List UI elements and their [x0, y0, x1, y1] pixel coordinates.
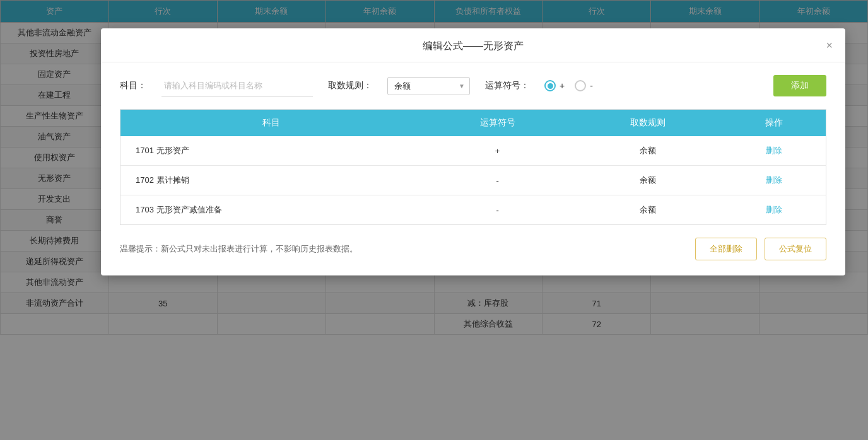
modal-footer: 温馨提示：新公式只对未出报表进行计算，不影响历史报表数据。 全部删除 公式复位	[101, 225, 845, 263]
add-button[interactable]: 添加	[773, 75, 826, 96]
operator-radio-group: + -	[544, 80, 593, 91]
subject-input[interactable]	[161, 75, 313, 96]
formula-action-cell: 删除	[723, 166, 826, 195]
operator-plus-label: +	[560, 81, 565, 91]
rule-select[interactable]: 余额借方发生额贷方发生额借方累计发生额贷方累计发生额	[387, 77, 470, 95]
rule-select-wrapper[interactable]: 余额借方发生额贷方发生额借方累计发生额贷方累计发生额 ▼	[387, 77, 470, 95]
formula-operator-cell: -	[423, 195, 573, 225]
table-row: 1703 无形资产减值准备-余额删除	[120, 195, 826, 225]
operator-minus-circle	[575, 80, 586, 91]
footer-actions: 全部删除 公式复位	[695, 238, 826, 260]
table-row: 1702 累计摊销-余额删除	[120, 166, 826, 195]
delete-row-link[interactable]: 删除	[766, 205, 782, 214]
formula-table-header: 操作	[723, 110, 826, 137]
operator-plus-circle	[544, 80, 556, 91]
modal-close-button[interactable]: ×	[826, 40, 833, 51]
formula-subject-cell: 1703 无形资产减值准备	[120, 195, 423, 225]
modal-header: 编辑公式——无形资产 ×	[101, 28, 845, 62]
modal-title: 编辑公式——无形资产	[423, 40, 524, 51]
operator-label: 运算符号：	[485, 80, 529, 91]
table-row: 1701 无形资产+余额删除	[120, 136, 826, 166]
formula-action-cell: 删除	[723, 195, 826, 225]
formula-operator-cell: -	[423, 166, 573, 195]
reset-formula-button[interactable]: 公式复位	[765, 238, 826, 260]
formula-rule-cell: 余额	[573, 195, 723, 225]
formula-rule-cell: 余额	[573, 166, 723, 195]
edit-formula-modal: 编辑公式——无形资产 × 科目： 取数规则： 余额借方发生额贷方发生额借方累计发…	[101, 28, 845, 275]
table-body: 1701 无形资产+余额删除1702 累计摊销-余额删除1703 无形资产减值准…	[120, 136, 826, 225]
operator-minus-label: -	[590, 81, 593, 91]
rule-label: 取数规则：	[328, 80, 372, 91]
formula-table-header: 取数规则	[573, 110, 723, 137]
operator-minus-radio[interactable]: -	[575, 80, 593, 91]
formula-action-cell: 删除	[723, 136, 826, 166]
formula-operator-cell: +	[423, 136, 573, 166]
delete-row-link[interactable]: 删除	[766, 146, 782, 155]
footer-tip: 温馨提示：新公式只对未出报表进行计算，不影响历史报表数据。	[120, 243, 358, 255]
formula-table-header: 科目	[120, 110, 423, 137]
table-header: 科目运算符号取数规则操作	[120, 110, 826, 137]
formula-rule-cell: 余额	[573, 136, 723, 166]
formula-subject-cell: 1702 累计摊销	[120, 166, 423, 195]
subject-label: 科目：	[120, 80, 146, 91]
delete-all-button[interactable]: 全部删除	[695, 238, 757, 260]
formula-table: 科目运算符号取数规则操作 1701 无形资产+余额删除1702 累计摊销-余额删…	[120, 109, 826, 225]
formula-subject-cell: 1701 无形资产	[120, 136, 423, 166]
formula-table-header: 运算符号	[423, 110, 573, 137]
delete-row-link[interactable]: 删除	[766, 175, 782, 185]
operator-plus-radio[interactable]: +	[544, 80, 565, 91]
form-row: 科目： 取数规则： 余额借方发生额贷方发生额借方累计发生额贷方累计发生额 ▼ 运…	[101, 62, 845, 109]
